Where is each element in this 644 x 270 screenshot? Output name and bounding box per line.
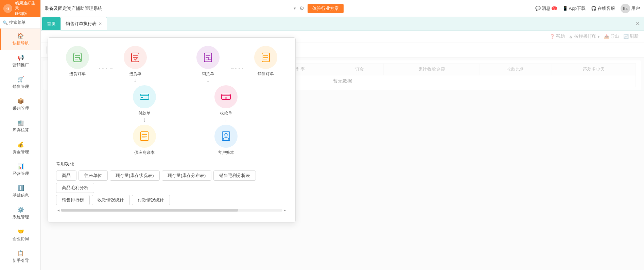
func-btn-sales-gross[interactable]: 销售毛利分析表 bbox=[213, 170, 256, 181]
warehouse-icon: 🏢 bbox=[17, 120, 24, 126]
sidebar-item-label: 采购管理 bbox=[13, 106, 29, 111]
flow-node-supplier-ledger[interactable]: 供应商账本 bbox=[133, 125, 156, 156]
func-btn-receipt-stats[interactable]: 收款情况统计 bbox=[92, 195, 130, 205]
flow-node-sales-bill[interactable]: 销货单 bbox=[196, 46, 220, 77]
svg-rect-25 bbox=[140, 133, 141, 139]
purchase-icon: 📦 bbox=[17, 98, 24, 104]
sidebar-item-system[interactable]: ⚙️ 系统管理 bbox=[0, 202, 40, 224]
sidebar-item-quick-nav[interactable]: 🏠 快捷导航 bbox=[0, 29, 40, 50]
user-action[interactable]: Ea 用户 bbox=[621, 4, 640, 13]
search-icon: 🔍 bbox=[3, 20, 8, 25]
sidebar-item-label: 库存核算 bbox=[13, 127, 29, 133]
common-functions-title: 常用功能 bbox=[56, 161, 287, 167]
sidebar-item-collab[interactable]: 🤝 企业协同 bbox=[0, 224, 40, 246]
sidebar-item-guide[interactable]: 📋 新手引导 bbox=[0, 246, 40, 268]
tab-sales-orders-label: 销售订单执行表 bbox=[66, 21, 97, 27]
tab-sales-orders[interactable]: 销售订单执行表 ✕ bbox=[60, 17, 107, 30]
sidebar-item-purchase[interactable]: 📦 采购管理 bbox=[0, 94, 40, 115]
receipt-bill-icon: ¥ bbox=[214, 85, 238, 108]
common-functions: 常用功能 商品 往来单位 现存量(库存状况表) 现存量(库存分布表) 销售毛利分… bbox=[56, 161, 287, 205]
func-btns-row2: 销售排行榜 收款情况统计 付款情况统计 bbox=[56, 195, 287, 205]
arrow-down-sales-bill: ↓ bbox=[207, 77, 210, 84]
sidebar-search[interactable]: 🔍 搜索菜单 bbox=[0, 17, 40, 29]
arrow-down-purchase-bill: ↓ bbox=[134, 77, 137, 84]
scroll-left-arrow[interactable]: ◂ bbox=[56, 208, 61, 213]
logo-icon: 6 bbox=[3, 3, 13, 14]
flow-node-sales-order[interactable]: 销售订单 bbox=[254, 46, 277, 77]
scroll-right-arrow[interactable]: ▸ bbox=[282, 208, 287, 213]
app-icon: 📱 bbox=[562, 6, 568, 11]
supplier-ledger-label: 供应商账本 bbox=[134, 150, 155, 156]
customer-ledger-icon bbox=[214, 125, 238, 148]
func-btn-payment-stats[interactable]: 付款情况统计 bbox=[132, 195, 170, 205]
purchase-order-icon bbox=[66, 46, 89, 69]
scroll-bar: ◂ ▸ bbox=[56, 206, 287, 214]
purchase-bill-icon bbox=[124, 46, 147, 69]
sales-bill-label: 销货单 bbox=[202, 71, 214, 77]
payment-bill-icon bbox=[133, 85, 156, 108]
arrow-purchase-order-to-bill: - - - → bbox=[99, 66, 114, 71]
scroll-thumb[interactable] bbox=[61, 209, 238, 212]
sales-bill-icon bbox=[196, 46, 220, 69]
info-icon: ℹ️ bbox=[17, 185, 24, 191]
func-btn-stock-status[interactable]: 现存量(库存状况表) bbox=[110, 170, 160, 181]
func-btn-product[interactable]: 商品 bbox=[56, 170, 76, 181]
sidebar-item-baseinfo[interactable]: ℹ️ 基础信息 bbox=[0, 181, 40, 202]
sidebar-item-label: 营销推广 bbox=[13, 62, 29, 68]
func-btn-partners[interactable]: 往来单位 bbox=[79, 170, 108, 181]
user-label: 用户 bbox=[631, 5, 640, 12]
sidebar-item-warehouse[interactable]: 🏢 库存核算 bbox=[0, 115, 40, 137]
app-download-label: App下载 bbox=[569, 5, 586, 12]
arrow-down-payment: ↓ bbox=[143, 116, 146, 123]
sidebar-item-label: 销售管理 bbox=[13, 84, 29, 90]
service-icon: 🎧 bbox=[591, 6, 596, 11]
svg-rect-13 bbox=[208, 57, 211, 60]
tab-close-icon[interactable]: ✕ bbox=[99, 21, 102, 26]
online-service-label: 在线客服 bbox=[597, 5, 615, 12]
flow-node-payment-bill[interactable]: 付款单 bbox=[133, 85, 156, 116]
sidebar-item-sales[interactable]: 🛒 销售管理 bbox=[0, 72, 40, 94]
sidebar: 6 畅康通好生意 旺销版 🔍 搜索菜单 🏠 快捷导航 📢 营销推广 🛒 销售管理 bbox=[0, 0, 41, 270]
cart-icon: 🛒 bbox=[17, 76, 24, 83]
sidebar-item-label: 系统管理 bbox=[13, 214, 29, 220]
func-btn-sales-rank[interactable]: 销售排行榜 bbox=[56, 195, 90, 205]
modal-overlay: 进货订单 - - - → bbox=[41, 31, 644, 270]
flow-node-receipt-bill[interactable]: ¥ 收款单 bbox=[214, 85, 238, 116]
arrow-down-receipt: ↓ bbox=[225, 116, 228, 123]
main-area: 装备及固定资产辅助管理系统 ▾ ⚙ 体验行业方案 💬 消息 5 📱 App下载 … bbox=[41, 0, 644, 270]
svg-rect-18 bbox=[140, 94, 149, 100]
func-btns: 商品 往来单位 现存量(库存状况表) 现存量(库存分布表) 销售毛利分析表 商品… bbox=[56, 170, 287, 193]
app-download-action[interactable]: 📱 App下载 bbox=[562, 5, 586, 12]
scroll-track[interactable] bbox=[61, 209, 282, 212]
tab-close-all-icon[interactable]: ✕ bbox=[631, 20, 644, 27]
message-label: 消息 bbox=[542, 5, 551, 12]
func-btn-stock-dist[interactable]: 现存量(库存分布表) bbox=[162, 170, 212, 181]
sidebar-item-manage[interactable]: 📊 经营管理 bbox=[0, 159, 40, 181]
svg-rect-20 bbox=[141, 97, 143, 98]
purchase-order-label: 进货订单 bbox=[69, 71, 86, 77]
svg-text:6: 6 bbox=[6, 5, 9, 11]
flow-node-purchase-order[interactable]: 进货订单 bbox=[66, 46, 89, 77]
home-icon: 🏠 bbox=[17, 33, 24, 39]
avatar: Ea bbox=[621, 4, 630, 13]
tab-home[interactable]: 首页 bbox=[42, 17, 60, 30]
online-service-action[interactable]: 🎧 在线客服 bbox=[591, 5, 615, 12]
tabbar: 首页 销售订单执行表 ✕ ✕ bbox=[41, 17, 644, 31]
sidebar-item-label: 经营管理 bbox=[13, 171, 29, 177]
megaphone-icon: 📢 bbox=[17, 54, 24, 61]
sidebar-logo: 6 畅康通好生意 旺销版 bbox=[0, 0, 40, 17]
sidebar-item-marketing[interactable]: 📢 营销推广 bbox=[0, 50, 40, 72]
receipt-bill-label: 收款单 bbox=[220, 110, 232, 116]
sidebar-item-funds[interactable]: 💰 资金管理 bbox=[0, 137, 40, 159]
flow-node-customer-ledger[interactable]: 客户账本 bbox=[214, 125, 238, 156]
trial-btn[interactable]: 体验行业方案 bbox=[308, 4, 344, 13]
sales-order-icon bbox=[254, 46, 277, 69]
func-btn-product-gross[interactable]: 商品毛利分析 bbox=[56, 183, 94, 193]
dropdown-icon[interactable]: ▾ bbox=[294, 6, 296, 11]
message-action[interactable]: 💬 消息 5 bbox=[535, 5, 557, 12]
message-icon: 💬 bbox=[535, 6, 541, 11]
flow-modal: 进货订单 - - - → bbox=[48, 37, 296, 222]
settings-icon[interactable]: ⚙ bbox=[299, 5, 304, 12]
system-title: 装备及固定资产辅助管理系统 bbox=[45, 5, 102, 12]
flow-node-purchase-bill[interactable]: 进货单 bbox=[124, 46, 147, 77]
